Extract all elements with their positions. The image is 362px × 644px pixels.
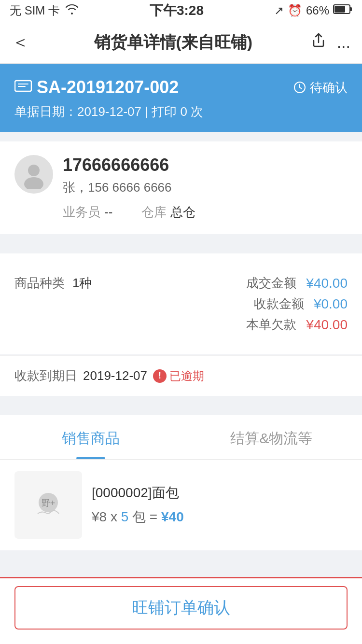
share-button[interactable] — [310, 32, 327, 53]
warehouse-meta: 仓库 总仓 — [141, 204, 195, 221]
order-header-card: SA-20191207-002 待确认 单据日期：2019-12-07 | 打印… — [0, 64, 362, 132]
nav-bar: ＜ 销货单详情(来自旺铺) ... — [0, 21, 362, 64]
divider-2 — [0, 396, 362, 406]
more-button[interactable]: ... — [337, 33, 350, 52]
status-time: 下午3:28 — [150, 1, 204, 20]
back-button[interactable]: ＜ — [12, 26, 37, 59]
summary-left: 商品种类 1种 — [14, 275, 246, 292]
customer-name: 张，156 6666 6666 — [63, 179, 348, 196]
order-id-row: SA-20191207-002 待确认 — [14, 77, 348, 98]
battery-text: 66% — [306, 4, 329, 17]
deal-amount: ¥40.00 — [306, 276, 348, 291]
carrier-text: 无 SIM 卡 — [10, 3, 60, 18]
deal-amount-row: 成交金额 ¥40.00 — [246, 275, 348, 292]
overdue-badge: ! 已逾期 — [153, 368, 204, 384]
svg-point-7 — [24, 177, 43, 189]
divider-1 — [0, 234, 362, 244]
alarm-icon: ⏰ — [288, 4, 302, 17]
tabs: 销售商品 结算&物流等 — [0, 415, 362, 460]
confirm-order-button[interactable]: 旺铺订单确认 — [14, 586, 348, 630]
customer-section: 17666666666 张，156 6666 6666 业务员 -- 仓库 总仓 — [0, 141, 362, 234]
svg-text:野+: 野+ — [42, 498, 56, 508]
product-thumbnail: 野+ — [14, 471, 82, 539]
svg-rect-2 — [334, 6, 345, 13]
status-left: 无 SIM 卡 — [10, 3, 79, 18]
order-summary-section: 商品种类 1种 成交金额 ¥40.00 收款金额 ¥0.00 本单欠款 ¥40.… — [0, 253, 362, 354]
customer-phone: 17666666666 — [63, 155, 348, 175]
page-title: 销货单详情(来自旺铺) — [37, 31, 310, 54]
wifi-icon — [65, 4, 79, 17]
status-bar: 无 SIM 卡 下午3:28 ↗ ⏰ 66% — [0, 0, 362, 21]
customer-meta: 业务员 -- 仓库 总仓 — [63, 204, 348, 221]
customer-details: 17666666666 张，156 6666 6666 业务员 -- 仓库 总仓 — [63, 155, 348, 221]
received-amount-row: 收款金额 ¥0.00 — [254, 295, 348, 312]
tab-settlement[interactable]: 结算&物流等 — [181, 415, 362, 459]
due-date-section: 收款到期日 2019-12-07 ! 已逾期 — [0, 355, 362, 396]
order-status: 待确认 — [293, 79, 348, 96]
product-section: 野+ [0000002]面包 ¥8 x 5 包 = ¥40 — [0, 460, 362, 550]
overdue-icon: ! — [153, 369, 167, 383]
salesperson-meta: 业务员 -- — [63, 204, 112, 221]
order-icon — [14, 79, 32, 96]
bottom-bar: 旺铺订单确认 — [0, 577, 362, 644]
customer-info: 17666666666 张，156 6666 6666 业务员 -- 仓库 总仓 — [14, 155, 348, 221]
order-date: 单据日期：2019-12-07 | 打印 0 次 — [14, 103, 348, 120]
svg-rect-1 — [350, 7, 352, 11]
nav-actions: ... — [310, 32, 350, 53]
svg-point-6 — [28, 165, 40, 176]
avatar — [14, 155, 53, 194]
order-id: SA-20191207-002 — [14, 77, 179, 98]
product-info: [0000002]面包 ¥8 x 5 包 = ¥40 — [92, 484, 348, 526]
summary-right: 成交金额 ¥40.00 收款金额 ¥0.00 本单欠款 ¥40.00 — [246, 275, 348, 333]
tab-sales-product[interactable]: 销售商品 — [0, 415, 181, 459]
order-summary: 商品种类 1种 成交金额 ¥40.00 收款金额 ¥0.00 本单欠款 ¥40.… — [14, 265, 348, 343]
battery-icon — [333, 4, 352, 17]
received-amount: ¥0.00 — [314, 296, 348, 312]
status-right: ↗ ⏰ 66% — [274, 4, 352, 17]
product-name: [0000002]面包 — [92, 484, 348, 502]
owed-amount-row: 本单欠款 ¥40.00 — [246, 316, 348, 333]
product-item: 野+ [0000002]面包 ¥8 x 5 包 = ¥40 — [14, 471, 348, 539]
product-price: ¥8 x 5 包 = ¥40 — [92, 508, 348, 526]
owed-amount: ¥40.00 — [306, 317, 348, 333]
location-icon: ↗ — [274, 4, 284, 17]
